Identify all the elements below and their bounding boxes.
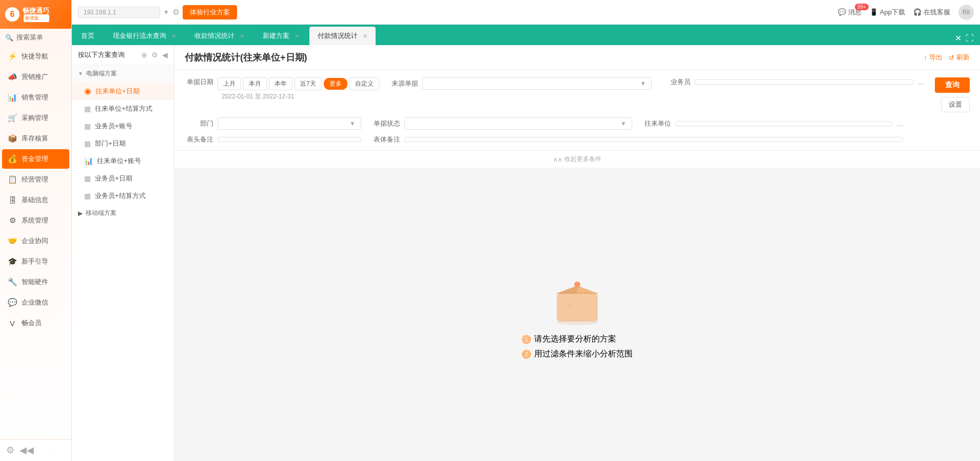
scheme-panel-title: 按以下方案查询: [78, 50, 125, 59]
purchase-icon: 🛒: [7, 113, 17, 123]
scheme-item-0[interactable]: ◉ 往来单位+日期: [72, 82, 174, 100]
export-btn[interactable]: ↑ 导出: [924, 53, 943, 62]
tab-close-icon[interactable]: ✕: [171, 33, 176, 39]
salesperson-input[interactable]: [695, 79, 913, 85]
dept-select[interactable]: ▼: [218, 117, 361, 130]
related-input[interactable]: [675, 121, 892, 126]
date-this-month[interactable]: 本月: [243, 77, 267, 90]
mobile-section-label: 移动端方案: [86, 209, 116, 217]
scheme-item-3[interactable]: ▦ 部门+日期: [72, 135, 174, 152]
source-select[interactable]: ▼: [422, 77, 652, 90]
scheme-panel-header: 按以下方案查询 ⊕ ⚙ ◀: [72, 45, 174, 65]
sidebar-item-quick-nav[interactable]: ⚡ 快捷导航: [2, 47, 69, 66]
sidebar-item-funds[interactable]: 💰 资金管理: [2, 149, 69, 169]
add-scheme-icon[interactable]: ⊕: [141, 51, 147, 59]
tab-bank-flow[interactable]: 现金银行流水查询 ✕: [105, 27, 184, 45]
message-icon: 💬: [838, 8, 846, 16]
header-note-label: 表头备注: [185, 135, 213, 144]
arrow-down-icon: ▼: [78, 71, 83, 76]
user-avatar[interactable]: Rit: [958, 5, 974, 20]
settings-icon[interactable]: ⚙: [6, 445, 14, 456]
status-select[interactable]: ▼: [404, 117, 632, 130]
tab-close-icon[interactable]: ✕: [363, 33, 367, 39]
scheme-item-2[interactable]: ▦ 业务员+账号: [72, 117, 174, 135]
desktop-section[interactable]: ▼ 电脑端方案: [72, 65, 174, 82]
export-label: 导出: [929, 53, 943, 62]
chevron-down-icon[interactable]: ▼: [163, 9, 169, 16]
tab-payment-stats[interactable]: 付款情况统计 ✕: [309, 27, 376, 45]
tabbar: 首页 现金银行流水查询 ✕ 收款情况统计 ✕ 新建方案 ✕ 付款情况统计 ✕ ✕…: [72, 25, 980, 45]
basic-icon: 🗄: [7, 196, 17, 205]
dept-chevron-icon: ▼: [349, 120, 356, 127]
filter-row-1: 单据日期 上月 本月 本年 近7天 更多 自定义 20: [174, 70, 980, 112]
sidebar-item-enterprise[interactable]: 🤝 企业协同: [2, 231, 69, 251]
date-last-7days[interactable]: 近7天: [295, 77, 322, 90]
tab-label: 新建方案: [263, 31, 289, 41]
message-badge: 99+: [855, 4, 869, 10]
message-btn[interactable]: 💬 消息 99+: [838, 8, 861, 17]
sidebar-item-operations[interactable]: 📋 经营管理: [2, 170, 69, 189]
date-filter: 单据日期 上月 本月 本年 近7天 更多 自定义 20: [185, 77, 379, 101]
trial-btn[interactable]: 体验行业方案: [183, 5, 237, 19]
tab-home[interactable]: 首页: [73, 27, 103, 45]
scheme-item-4[interactable]: 📊 往来单位+账号: [72, 152, 174, 170]
date-this-year[interactable]: 本年: [269, 77, 292, 90]
mobile-section[interactable]: ▶ 移动端方案: [72, 205, 174, 222]
collapse-row[interactable]: ∧∧ 收起更多条件: [174, 150, 980, 168]
scheme-item-6[interactable]: ▦ 业务员+结算方式: [72, 187, 174, 205]
filter-row-2: 部门 ▼ 单据状态 ▼: [174, 112, 980, 130]
scheme-panel: 按以下方案查询 ⊕ ⚙ ◀ ▼ 电脑端方案 ◉ 往来单位+日期 ▦ 往来单位+结…: [72, 45, 174, 461]
scheme-header-icons: ⊕ ⚙ ◀: [141, 51, 168, 59]
sidebar-item-basic[interactable]: 🗄 基础信息: [2, 190, 69, 210]
salesperson-more-icon[interactable]: ...: [918, 77, 925, 87]
sidebar-item-member[interactable]: V 畅会员: [2, 313, 69, 333]
inventory-icon: 📦: [7, 134, 17, 143]
maximize-icon[interactable]: ⛶: [966, 34, 974, 43]
date-custom-btn[interactable]: 自定义: [349, 77, 379, 90]
sidebar-item-system[interactable]: ⚙ 系统管理: [2, 211, 69, 230]
date-range-text: 2022-01-01 至 2022-12-31: [222, 92, 379, 101]
date-more-btn[interactable]: 更多: [324, 78, 347, 90]
app-download-btn[interactable]: 📱 App下载: [870, 8, 905, 17]
close-all-icon[interactable]: ✕: [955, 33, 962, 43]
sidebar-item-label: 企业协同: [22, 236, 48, 246]
svg-point-7: [557, 320, 598, 325]
guide-icon: 🎓: [7, 257, 17, 266]
scheme-item-label: 往来单位+日期: [95, 87, 140, 96]
body-note-input[interactable]: [404, 137, 903, 142]
collapse-panel-icon[interactable]: ◀: [162, 51, 168, 59]
topbar-right: 💬 消息 99+ 📱 App下载 🎧 在线客服 Rit: [838, 5, 974, 20]
sidebar-item-purchase[interactable]: 🛒 采购管理: [2, 108, 69, 128]
funds-icon: 💰: [7, 154, 17, 164]
scheme-item-5[interactable]: ▦ 业务员+日期: [72, 170, 174, 187]
query-btn[interactable]: 查询: [935, 77, 970, 93]
sidebar-item-wechat[interactable]: 💬 企业微信: [2, 293, 69, 312]
search-menu[interactable]: 🔍 搜索菜单: [0, 29, 71, 46]
tab-close-icon[interactable]: ✕: [295, 33, 299, 39]
sidebar-item-label: 采购管理: [22, 113, 48, 123]
sidebar-item-sales[interactable]: 📊 销售管理: [2, 88, 69, 107]
sidebar-item-inventory[interactable]: 📦 库存核算: [2, 129, 69, 148]
sidebar-header: 6 畅捷通巧 标准版: [0, 0, 71, 29]
search-icon: 🔍: [5, 34, 13, 42]
tab-receivable[interactable]: 收款情况统计 ✕: [186, 27, 252, 45]
date-last-month[interactable]: 上月: [218, 77, 241, 90]
refresh-btn[interactable]: ↺ 刷新: [949, 53, 970, 62]
tab-new-scheme[interactable]: 新建方案 ✕: [254, 27, 307, 45]
sidebar: 6 畅捷通巧 标准版 🔍 搜索菜单 ⚡ 快捷导航 📣 营销推广 📊 销售管理 🛒…: [0, 0, 72, 461]
body-note-filter: 表体备注: [371, 135, 903, 144]
online-service-btn[interactable]: 🎧 在线客服: [913, 8, 950, 17]
sidebar-item-guide[interactable]: 🎓 新手引导: [2, 252, 69, 271]
setting-btn[interactable]: 设置: [941, 97, 970, 112]
sidebar-item-label: 库存核算: [22, 134, 48, 143]
tab-close-icon[interactable]: ✕: [240, 33, 244, 39]
topbar-gear-icon[interactable]: ⚙: [172, 7, 180, 17]
sidebar-item-marketing[interactable]: 📣 营销推广: [2, 67, 69, 87]
collapse-sidebar-icon[interactable]: ◀◀: [19, 445, 34, 456]
related-more-icon[interactable]: ...: [896, 119, 903, 128]
scheme-item-label: 往来单位+结算方式: [95, 104, 152, 113]
scheme-settings-icon[interactable]: ⚙: [151, 51, 158, 59]
header-note-input[interactable]: [218, 137, 361, 142]
scheme-item-1[interactable]: ▦ 往来单位+结算方式: [72, 100, 174, 117]
sidebar-item-hardware[interactable]: 🔧 智能硬件: [2, 272, 69, 292]
